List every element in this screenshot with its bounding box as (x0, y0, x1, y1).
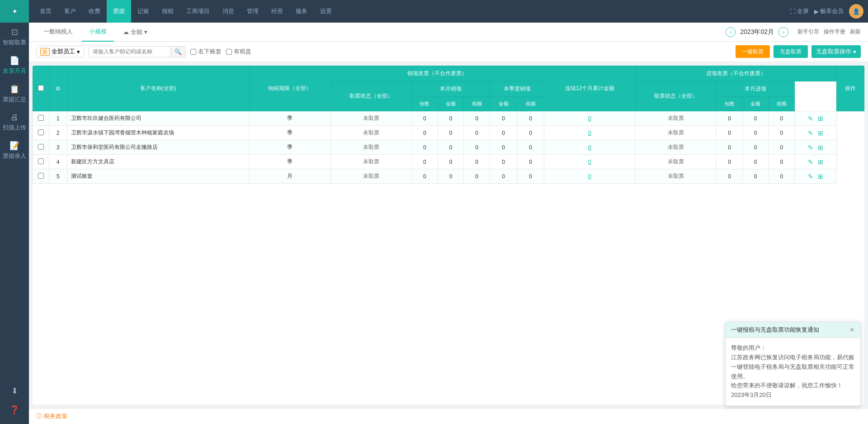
prev-month-btn[interactable]: ‹ (726, 27, 736, 37)
invoice-summary-icon: 📋 (9, 84, 19, 94)
table-row: 2 卫辉市汲水镇下园湾香烟营木种植家庭农场 季 未取票 0 0 0 0 0 0 … (33, 126, 864, 140)
nav-billing[interactable]: 收费 (82, 0, 107, 23)
sidebar-item-help[interactable]: ❓ (0, 400, 29, 419)
edit-icon[interactable]: ✎ (808, 158, 813, 166)
row-monthly-sales-amount: 0 (438, 155, 464, 169)
subscribed-checkbox-label[interactable]: 名下账套 (190, 48, 222, 56)
tax-policy-link[interactable]: ⓘ 税务政策 (36, 412, 67, 420)
row-twelve-month: 0 (544, 111, 636, 126)
fullscreen-btn[interactable]: ⛶ 全屏 (790, 7, 809, 15)
edit-icon[interactable]: ✎ (808, 129, 813, 137)
col-purchase-header: 进项发票（不合作废票） (635, 66, 836, 81)
avatar[interactable]: 👤 (849, 4, 863, 19)
cloud-icon: ☁ (123, 29, 129, 35)
row-checkbox[interactable] (38, 158, 44, 164)
employee-tag: 全 (40, 48, 50, 56)
nav-invoice[interactable]: 票据 (107, 0, 131, 23)
manual-link[interactable]: 操作手册 (824, 28, 845, 36)
app-logo[interactable]: ✦ (0, 0, 29, 23)
view-icon[interactable]: ⊞ (818, 144, 823, 151)
search-input[interactable] (89, 47, 170, 57)
edit-icon[interactable]: ✎ (808, 173, 813, 180)
row-monthly-sales-amount: 0 (438, 111, 464, 126)
row-checkbox[interactable] (38, 144, 44, 150)
nav-home[interactable]: 首页 (33, 0, 58, 23)
row-checkbox-cell (33, 155, 49, 169)
row-twelve-month: 0 (544, 140, 636, 155)
nav-settings[interactable]: 设置 (314, 0, 338, 23)
new-guide-link[interactable]: 新手引导 (797, 28, 819, 36)
edit-icon[interactable]: ✎ (808, 144, 813, 151)
tab-all[interactable]: ☁ 全能 ▾ (119, 28, 151, 36)
nav-service[interactable]: 服务 (289, 0, 314, 23)
sidebar-item-invoice-summary[interactable]: 📋 票据汇总 (0, 80, 29, 108)
view-icon[interactable]: ⊞ (818, 129, 823, 137)
next-month-btn[interactable]: › (778, 27, 788, 37)
row-no: 5 (49, 169, 67, 184)
search-button[interactable]: 🔍 (170, 47, 185, 57)
view-icon[interactable]: ⊞ (818, 115, 823, 122)
row-monthly-purchase-tax: 0 (769, 155, 795, 169)
view-icon[interactable]: ⊞ (818, 158, 823, 166)
taxable-checkbox-label[interactable]: 有税盘 (226, 48, 251, 56)
nav-management[interactable]: 管理 (241, 0, 265, 23)
refresh-link[interactable]: 刷新 (850, 28, 861, 36)
sidebar-item-download[interactable]: ⬇ (0, 381, 29, 400)
row-fetch-status-purchase: 未取票 (635, 126, 717, 140)
nav-message[interactable]: 消息 (216, 0, 241, 23)
row-quarterly-amount: 0 (490, 155, 517, 169)
row-checkbox[interactable] (38, 129, 44, 135)
row-twelve-month: 0 (544, 155, 636, 169)
row-monthly-purchase-amount: 0 (742, 169, 769, 184)
col-action-header: 操作 (836, 66, 864, 111)
row-monthly-purchase-amount: 0 (742, 155, 769, 169)
view-icon[interactable]: ⊞ (818, 173, 823, 180)
select-all-checkbox[interactable] (38, 85, 44, 91)
nav-business[interactable]: 工商项目 (180, 0, 216, 23)
row-quarterly-amount: 0 (490, 140, 517, 155)
no-disk-ops-button[interactable]: 无盘取票操作 ▾ (811, 45, 861, 58)
tab-small-scale[interactable]: 小规模 (82, 23, 114, 42)
subscribed-checkbox[interactable] (190, 49, 196, 55)
nav-tax[interactable]: 报税 (156, 0, 180, 23)
row-monthly-purchase-amount: 0 (742, 126, 769, 140)
row-checkbox-cell (33, 169, 49, 184)
sidebar-item-smart-fetch[interactable]: ⊡ 智能取票 (0, 23, 29, 51)
vip-btn[interactable]: ▶ 畅享会员 (814, 7, 844, 15)
notification-close-btn[interactable]: ✕ (849, 326, 855, 333)
issue-invoice-icon: 📄 (9, 56, 19, 66)
sidebar-item-issue-invoice[interactable]: 📄 发票开具 (0, 51, 29, 80)
col-sales-header: 销项发票（不合作废票） (330, 66, 544, 81)
sidebar-item-label: 票据汇总 (3, 95, 26, 104)
row-checkbox[interactable] (38, 173, 44, 179)
row-fetch-status-purchase: 未取票 (635, 111, 717, 126)
row-monthly-purchase-count: 0 (717, 111, 743, 126)
notification-content: 尊敬的用户： 江苏政务网已恢复访问电子税务局功能，易代账一键登陆电子税务局与无盘… (731, 343, 855, 400)
taxable-checkbox[interactable] (226, 49, 232, 55)
employee-select[interactable]: 全 全部员工 ▾ (36, 46, 84, 57)
row-tax-period: 月 (250, 169, 331, 184)
sidebar-item-label: 发票开具 (3, 67, 26, 75)
nav-customer[interactable]: 客户 (58, 0, 82, 23)
col-monthly-sales-header: 本月销项 (412, 81, 490, 97)
tab-general-taxpayer[interactable]: 一般纳税人 (36, 23, 80, 42)
row-actions: ✎ ⊞ (795, 111, 837, 126)
row-customer: 新建区方方文具店 (67, 155, 250, 169)
no-disk-fetch-button[interactable]: 无盘取票 (774, 45, 808, 58)
sidebar-item-invoice-entry[interactable]: 📝 票据录入 (0, 136, 29, 165)
fetch-all-button[interactable]: 一键取票 (736, 45, 770, 58)
help-icon: ❓ (9, 405, 19, 415)
col-fetch-status-sales-header: 取票状态（全部） (330, 81, 412, 111)
nav-operations[interactable]: 经营 (265, 0, 289, 23)
row-customer: 卫辉市保和堂医药有限公司走辙路店 (67, 140, 250, 155)
nav-bookkeeping[interactable]: 记账 (131, 0, 156, 23)
employee-dropdown-icon: ▾ (77, 48, 80, 55)
row-monthly-sales-count: 0 (412, 126, 438, 140)
sidebar-item-scan-upload[interactable]: 🖨 扫描上传 (0, 108, 29, 136)
row-checkbox[interactable] (38, 115, 44, 121)
row-monthly-sales-tax: 0 (464, 140, 490, 155)
topnav-right: ⛶ 全屏 ▶ 畅享会员 👤 (790, 4, 863, 19)
row-monthly-purchase-amount: 0 (742, 140, 769, 155)
col-quarterly-amount: 金额 (490, 97, 517, 111)
edit-icon[interactable]: ✎ (808, 115, 813, 122)
